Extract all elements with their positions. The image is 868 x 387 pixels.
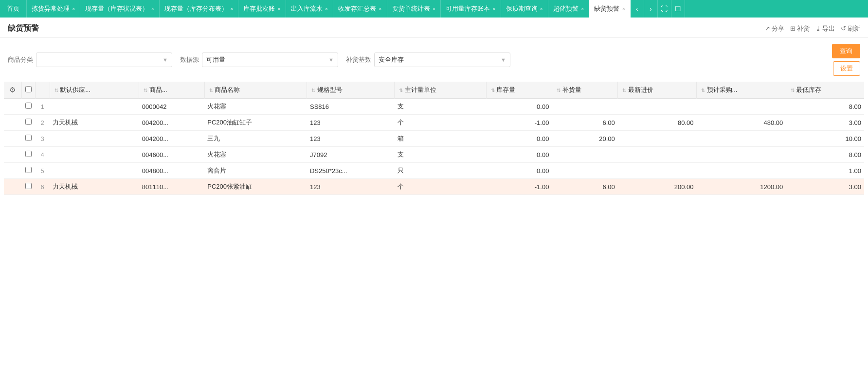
replenish-icon: ⊞ (790, 25, 796, 32)
row-replenish (552, 147, 617, 163)
row-replenish: 20.00 (552, 131, 617, 147)
setting-button[interactable]: 设置 (833, 61, 860, 76)
row-est-purchase (696, 163, 786, 179)
table-row: 4 004600... 火花塞 J7092 支 0.00 8.00 (4, 147, 864, 163)
row-checkbox[interactable] (25, 167, 32, 173)
query-button[interactable]: 查询 (832, 44, 860, 58)
row-checkbox[interactable] (25, 103, 32, 109)
row-settings-cell (4, 147, 21, 163)
tab-inventory-status-close[interactable]: × (151, 6, 154, 12)
row-settings-cell (4, 163, 21, 179)
table-row: 1 0000042 火花塞 SS816 支 0.00 8.00 (4, 99, 864, 115)
tab-home[interactable]: 首页 (0, 0, 27, 18)
tab-inout-flow[interactable]: 出入库流水 × (286, 0, 333, 18)
row-checkbox[interactable] (25, 151, 32, 157)
row-settings-cell (4, 131, 21, 147)
row-min-stock: 10.00 (786, 131, 864, 147)
sort-icon-price: ⇅ (622, 88, 626, 93)
sort-icon-est: ⇅ (701, 88, 705, 93)
row-number: 2 (35, 115, 50, 131)
row-checkbox-cell (21, 115, 35, 131)
tab-order-stat[interactable]: 要货单统计表 × (387, 0, 441, 18)
replenish-base-select[interactable]: 安全库存 ▼ (374, 53, 510, 67)
row-name: 火花塞 (204, 147, 307, 163)
tab-overstock-close[interactable]: × (581, 6, 584, 12)
row-checkbox-cell (21, 163, 35, 179)
row-number: 5 (35, 163, 50, 179)
table-settings-icon[interactable]: ⚙ (9, 86, 16, 94)
tab-abnormal-close[interactable]: × (72, 6, 75, 12)
row-name: 离合片 (204, 163, 307, 179)
row-stock: -1.00 (486, 179, 552, 195)
export-button[interactable]: ⤓ 导出 (815, 24, 835, 33)
row-name: 三九 (204, 131, 307, 147)
filter-bar: 商品分类 ▼ 数据源 可用量 ▼ 补货基数 安全库存 ▼ 查询 设置 (0, 38, 868, 82)
col-rownum (35, 82, 50, 99)
refresh-button[interactable]: ↺ 刷新 (841, 24, 860, 33)
category-select[interactable]: ▼ (36, 53, 172, 67)
table-row: 5 004800... 离合片 DS250*23c... 只 0.00 1.00 (4, 163, 864, 179)
row-spec: 123 (307, 179, 395, 195)
select-all-checkbox[interactable] (25, 86, 32, 92)
row-checkbox-cell (21, 147, 35, 163)
row-checkbox-cell (21, 179, 35, 195)
tab-abnormal[interactable]: 拣货异常处理 × (27, 0, 80, 18)
tab-nav-next[interactable]: › (644, 0, 658, 18)
tab-avail-ledger-close[interactable]: × (492, 6, 495, 12)
tab-collection-close[interactable]: × (379, 6, 381, 12)
row-supplier (50, 131, 139, 147)
export-icon: ⤓ (815, 25, 821, 32)
row-unit: 只 (395, 163, 486, 179)
tab-nav-maximize[interactable]: ☐ (671, 0, 685, 18)
tab-overstock[interactable]: 超储预警 × (548, 0, 589, 18)
row-replenish: 6.00 (552, 115, 617, 131)
row-checkbox[interactable] (25, 183, 32, 189)
row-min-stock: 3.00 (786, 179, 864, 195)
tab-avail-ledger[interactable]: 可用量库存账本 × (441, 0, 501, 18)
row-unit: 个 (395, 115, 486, 131)
row-stock: 0.00 (486, 147, 552, 163)
tab-batch-account-close[interactable]: × (277, 6, 280, 12)
row-settings-cell (4, 179, 21, 195)
datasource-label: 数据源 (180, 55, 199, 64)
table-row: 2 力天机械 004200... PC200油缸缸子 123 个 -1.00 6… (4, 115, 864, 131)
row-est-purchase (696, 99, 786, 115)
datasource-select[interactable]: 可用量 ▼ (202, 53, 338, 67)
tab-shortage-close[interactable]: × (622, 6, 625, 12)
row-supplier (50, 147, 139, 163)
row-min-stock: 1.00 (786, 163, 864, 179)
tab-inventory-dist-close[interactable]: × (230, 6, 233, 12)
tab-order-stat-close[interactable]: × (433, 6, 435, 12)
tab-nav-prev[interactable]: ‹ (631, 0, 644, 18)
row-latest-price: 200.00 (618, 179, 697, 195)
row-checkbox[interactable] (25, 135, 32, 141)
share-button[interactable]: ↗ 分享 (765, 24, 784, 33)
row-stock: 0.00 (486, 99, 552, 115)
row-checkbox[interactable] (25, 119, 32, 125)
tab-inventory-status[interactable]: 现存量（库存状况表） × (80, 0, 159, 18)
tab-nav-restore[interactable]: ⛶ (658, 0, 671, 18)
row-min-stock: 8.00 (786, 99, 864, 115)
table-container: ⚙ ⇅ 默认供应... ⇅ 商品... ⇅ (0, 82, 868, 195)
tab-expiry-query-close[interactable]: × (540, 6, 543, 12)
row-supplier (50, 99, 139, 115)
table-row: 3 004200... 三九 123 箱 0.00 20.00 10.00 (4, 131, 864, 147)
row-replenish (552, 99, 617, 115)
col-unit: ⇅ 主计量单位 (395, 82, 486, 99)
tab-batch-account[interactable]: 库存批次账 × (238, 0, 286, 18)
row-latest-price (618, 163, 697, 179)
tab-collection[interactable]: 收发存汇总表 × (333, 0, 387, 18)
header-actions: ↗ 分享 ⊞ 补货 ⤓ 导出 ↺ 刷新 (765, 24, 860, 33)
replenish-button[interactable]: ⊞ 补货 (790, 24, 810, 33)
sort-icon-code: ⇅ (144, 88, 147, 93)
row-name: 火花塞 (204, 99, 307, 115)
tab-shortage[interactable]: 缺货预警 × (589, 0, 630, 18)
tab-inventory-dist[interactable]: 现存量（库存分布表） × (160, 0, 238, 18)
row-min-stock: 8.00 (786, 147, 864, 163)
row-unit: 支 (395, 99, 486, 115)
col-name: ⇅ 商品名称 (204, 82, 307, 99)
tab-inout-flow-close[interactable]: × (325, 6, 328, 12)
row-est-purchase: 1200.00 (696, 179, 786, 195)
row-number: 4 (35, 147, 50, 163)
tab-expiry-query[interactable]: 保质期查询 × (501, 0, 548, 18)
